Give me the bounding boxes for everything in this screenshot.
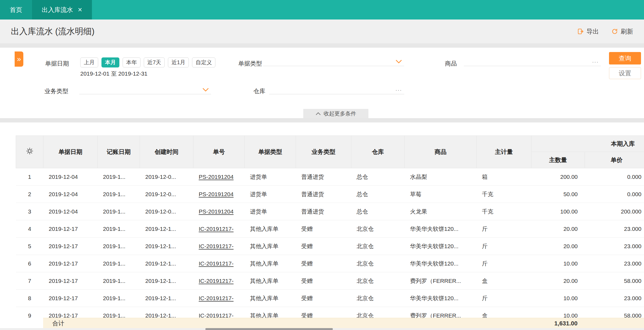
product-filter-label: 商品 <box>445 60 457 68</box>
cell-doc-type: 进货单 <box>245 186 296 203</box>
tab-home-label: 首页 <box>10 6 22 14</box>
row-index: 5 <box>16 238 43 255</box>
cell-price: 23.000 <box>585 220 644 238</box>
cell-warehouse: 北京仓 <box>351 272 405 290</box>
doc-number-link[interactable]: PS-20191204 <box>199 191 234 197</box>
cell-biz-type: 受赠 <box>296 272 351 290</box>
date-chip-自定义[interactable]: 自定义 <box>192 57 215 67</box>
refresh-button[interactable]: 刷新 <box>611 27 633 36</box>
cell-created-time: 2019-12-1... <box>140 290 193 307</box>
date-filter-label: 单据日期 <box>45 60 69 68</box>
cell-product: 华美华夫软饼120... <box>405 255 477 272</box>
cell-book-date: 2019-1... <box>98 203 140 220</box>
tab-home[interactable]: 首页 <box>0 0 32 20</box>
cell-biz-type: 普通进货 <box>296 186 351 203</box>
cell-unit: 盒 <box>477 272 531 290</box>
query-button[interactable]: 查询 <box>609 52 641 64</box>
product-picker[interactable]: ... <box>464 54 601 66</box>
cell-unit: 斤 <box>477 220 531 238</box>
collapse-filters-button[interactable]: 收起更多条件 <box>303 109 368 118</box>
cell-book-date: 2019-1... <box>98 290 140 307</box>
doc-number-link[interactable]: IC-20191217- <box>199 295 234 301</box>
chevron-up-icon <box>315 112 321 115</box>
date-chip-本年[interactable]: 本年 <box>123 57 141 67</box>
cell-doc-no: IC-20191217- <box>193 238 245 255</box>
date-chip-上月[interactable]: 上月 <box>80 57 98 67</box>
cell-qty: 20.00 <box>531 272 585 290</box>
refresh-icon <box>611 28 618 35</box>
date-range-value[interactable]: 2019-12-01 至 2019-12-31 <box>80 70 148 77</box>
tab-inout-flow[interactable]: 出入库流水 × <box>32 0 92 20</box>
cell-qty: 100.00 <box>531 203 585 220</box>
cell-doc-date: 2019-12-17 <box>43 238 98 255</box>
cell-unit: 千克 <box>477 203 531 220</box>
row-index: 1 <box>16 168 43 186</box>
col-header-product: 商品 <box>405 136 477 168</box>
table-row[interactable]: 6 2019-12-17 2019-1... 2019-12-1... IC-2… <box>16 255 644 272</box>
cell-doc-type: 其他入库单 <box>245 290 296 307</box>
doc-number-link[interactable]: IC-20191217- <box>199 260 234 267</box>
export-label: 导出 <box>586 27 599 36</box>
close-tab-icon[interactable]: × <box>78 6 82 14</box>
cell-biz-type: 普通进货 <box>296 203 351 220</box>
ellipsis-icon: ... <box>396 86 402 92</box>
table-body: 1 2019-12-04 2019-1... 2019-12-0... PS-2… <box>16 168 644 324</box>
cell-unit: 斤 <box>477 255 531 272</box>
cell-doc-no: IC-20191217- <box>193 290 245 307</box>
cell-unit: 箱 <box>477 168 531 186</box>
column-settings-button[interactable] <box>16 136 43 168</box>
cell-book-date: 2019-1... <box>98 186 140 203</box>
cell-created-time: 2019-12-1... <box>140 272 193 290</box>
doc-number-link[interactable]: IC-20191217- <box>199 243 234 249</box>
title-bar: 出入库流水 (流水明细) 导出 刷新 <box>0 20 644 43</box>
horizontal-scrollbar[interactable] <box>0 328 644 330</box>
page-title: 出入库流水 (流水明细) <box>11 26 94 37</box>
doc-number-link[interactable]: PS-20191204 <box>199 208 234 215</box>
ellipsis-icon: ... <box>592 58 599 64</box>
sidebar-expand-button[interactable]: » <box>15 51 23 67</box>
cell-book-date: 2019-1... <box>98 238 140 255</box>
refresh-label: 刷新 <box>621 27 633 36</box>
cell-product: 华美华夫软饼120... <box>405 238 477 255</box>
cell-warehouse: 北京仓 <box>351 290 405 307</box>
cell-price: 0.000 <box>585 186 644 203</box>
doc-number-link[interactable]: IC-20191217- <box>199 278 234 284</box>
cell-product: 费列罗（FERRER... <box>405 272 477 290</box>
doc-type-select[interactable] <box>263 54 404 66</box>
cell-qty: 20.00 <box>531 220 585 238</box>
col-header-warehouse: 仓库 <box>351 136 405 168</box>
cell-warehouse: 总仓 <box>351 186 405 203</box>
export-icon <box>577 28 584 35</box>
cell-biz-type: 普通进货 <box>296 168 351 186</box>
table-row[interactable]: 3 2019-12-04 2019-1... 2019-12-0... PS-2… <box>16 203 644 220</box>
chevron-down-icon <box>396 60 402 64</box>
row-index: 2 <box>16 186 43 203</box>
cell-price: 58.000 <box>585 272 644 290</box>
scrollbar-thumb[interactable] <box>205 328 333 330</box>
cell-warehouse: 北京仓 <box>351 220 405 238</box>
doc-number-link[interactable]: IC-20191217- <box>199 226 234 232</box>
table-row[interactable]: 8 2019-12-17 2019-1... 2019-12-1... IC-2… <box>16 290 644 307</box>
doc-number-link[interactable]: PS-20191204 <box>199 174 234 180</box>
biz-type-select[interactable] <box>79 82 211 94</box>
biz-type-filter-label: 业务类型 <box>44 87 68 95</box>
table-row[interactable]: 7 2019-12-17 2019-1... 2019-12-1... IC-2… <box>16 272 644 290</box>
date-chip-近1月[interactable]: 近1月 <box>168 57 189 67</box>
cell-doc-type: 进货单 <box>245 203 296 220</box>
export-button[interactable]: 导出 <box>577 27 599 36</box>
cell-warehouse: 总仓 <box>351 168 405 186</box>
date-chip-本月[interactable]: 本月 <box>101 57 119 67</box>
totals-row: 合计 1,631.00 <box>43 318 644 329</box>
table-row[interactable]: 1 2019-12-04 2019-1... 2019-12-0... PS-2… <box>16 168 644 186</box>
cell-doc-no: PS-20191204 <box>193 168 245 186</box>
date-chip-近7天[interactable]: 近7天 <box>144 57 165 67</box>
settings-button[interactable]: 设置 <box>609 67 641 79</box>
cell-doc-date: 2019-12-04 <box>43 186 98 203</box>
cell-doc-type: 其他入库单 <box>245 255 296 272</box>
warehouse-picker[interactable]: ... <box>269 82 404 94</box>
flow-table: 单据日期 记账日期 创建时间 单号 单据类型 业务类型 仓库 商品 主计量 本期… <box>16 135 644 324</box>
table-row[interactable]: 2 2019-12-04 2019-1... 2019-12-0... PS-2… <box>16 186 644 203</box>
table-row[interactable]: 4 2019-12-17 2019-1... 2019-12-1... IC-2… <box>16 220 644 238</box>
table-row[interactable]: 5 2019-12-17 2019-1... 2019-12-1... IC-2… <box>16 238 644 255</box>
cell-created-time: 2019-12-0... <box>140 186 193 203</box>
